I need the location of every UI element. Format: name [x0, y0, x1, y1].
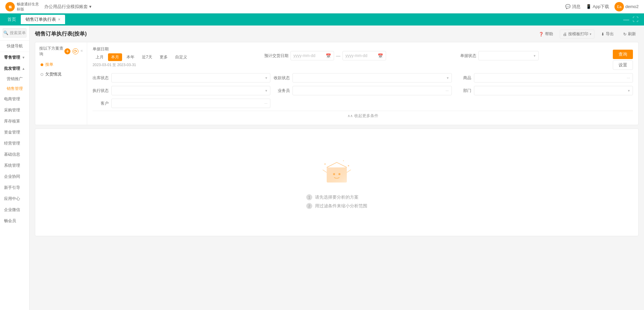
sidebar-item-system[interactable]: 系统管理	[0, 160, 29, 171]
sidebar-search-area: 🔍 搜索菜单	[0, 25, 29, 41]
search-menu-label: 搜索菜单	[10, 30, 26, 36]
chevron-down-icon: ▾	[89, 4, 92, 9]
sidebar-item-wholesale[interactable]: 批发管理 ▲	[0, 63, 29, 74]
step-2-text: 用过滤条件来缩小分析范围	[315, 203, 367, 209]
collection-status-select[interactable]: ▾	[292, 73, 451, 83]
status-chevron-icon: ▾	[534, 54, 536, 58]
sidebar-item-finance[interactable]: 资金管理	[0, 127, 29, 138]
delivery-status-select[interactable]: ▾	[111, 73, 270, 83]
date-label: 单据日期	[93, 46, 190, 52]
date-section: 单据日期 上月 本月 本年 近7天 更多 自定义 2023-03-01 至 20…	[93, 46, 190, 67]
calendar-icon: 📅	[326, 53, 331, 58]
tab-sales-order[interactable]: 销售订单执行表 ×	[21, 15, 65, 24]
scheme-item-backorder[interactable]: 欠货情况	[38, 69, 84, 79]
goods-input[interactable]: ···	[474, 73, 633, 83]
print-button[interactable]: 🖨 按模板打印 ▾	[560, 30, 594, 39]
sidebar-item-member[interactable]: 畅会员	[0, 215, 29, 226]
customer-input[interactable]: ···	[111, 99, 270, 108]
period-this-month-btn[interactable]: 本月	[108, 53, 122, 61]
empty-illustration	[320, 156, 354, 190]
sidebar-item-guide[interactable]: 新手引导	[0, 182, 29, 193]
sidebar-item-wechat[interactable]: 企业微信	[0, 204, 29, 215]
content-area: 销售订单执行表(按单) ❓ 帮助 🖨 按模板打印 ▾ ⬇ 导出 ↻ 刷新	[30, 25, 644, 310]
step-1-num: 1	[306, 194, 312, 200]
sidebar-item-purchase[interactable]: 采购管理	[0, 105, 29, 116]
sidebar-item-quick-nav[interactable]: 快捷导航	[0, 41, 29, 52]
title-actions: ❓ 帮助 🖨 按模板打印 ▾ ⬇ 导出 ↻ 刷新	[536, 30, 639, 39]
collection-status-cell: 收款状态 ▾	[274, 73, 451, 83]
collapse-row[interactable]: ∧∧ 收起更多条件	[93, 111, 633, 121]
svg-point-4	[348, 165, 349, 166]
salesperson-input[interactable]: ···	[292, 86, 451, 95]
dept-select[interactable]: ▾	[474, 86, 633, 95]
print-icon: 🖨	[563, 32, 567, 37]
minimize-icon[interactable]: —	[623, 16, 629, 23]
goods-dots-icon: ···	[627, 76, 630, 80]
sidebar-item-operations[interactable]: 经营管理	[0, 138, 29, 149]
tab-sales-order-label: 销售订单执行表	[25, 16, 56, 22]
scheme-icons: + ⟳ «	[64, 48, 83, 54]
sidebar-item-inventory[interactable]: 库存核算	[0, 116, 29, 127]
avatar: Ea	[614, 2, 624, 11]
period-custom-btn[interactable]: 自定义	[172, 53, 190, 61]
scheme-refresh-icon[interactable]: ⟳	[72, 48, 78, 54]
collapse-label: 收起更多条件	[354, 113, 378, 119]
logo-area: 畅 畅捷通好生意 标版	[5, 2, 39, 11]
period-last-month-btn[interactable]: 上月	[93, 53, 107, 61]
maximize-icon[interactable]: ⛶	[633, 16, 639, 23]
refresh-button[interactable]: ↻ 刷新	[621, 30, 639, 38]
scheme-item-label-2: 欠货情况	[45, 71, 61, 77]
scheme-sidebar-header: 按以下方案查询 + ⟳ «	[38, 46, 84, 57]
svg-line-9	[347, 170, 351, 172]
scheme-add-icon[interactable]: +	[64, 48, 70, 54]
sidebar-item-sales[interactable]: 销售管理	[0, 84, 29, 94]
message-icon: 💬	[565, 4, 571, 9]
sidebar-item-retail[interactable]: 零售管理 ▼	[0, 52, 29, 63]
query-button[interactable]: 查询	[613, 50, 633, 59]
app-selector[interactable]: 办公用品行业模拟账套 ▾	[42, 3, 94, 10]
exec-status-select[interactable]: ▾	[111, 86, 270, 95]
export-icon: ⬇	[601, 32, 604, 37]
app-download-action[interactable]: 📱 App下载	[586, 4, 609, 10]
scheme-collapse-icon[interactable]: «	[80, 48, 83, 54]
svg-rect-2	[327, 167, 347, 183]
sidebar-item-ecommerce[interactable]: 电商管理	[0, 94, 29, 105]
user-action[interactable]: Ea demo2	[614, 2, 639, 11]
sidebar-item-basic-info[interactable]: 基础信息	[0, 149, 29, 160]
scheme-item-by-order[interactable]: 按单	[38, 60, 84, 69]
status-select[interactable]: ▾	[478, 51, 539, 60]
svg-point-5	[343, 160, 344, 161]
period-more-btn[interactable]: 更多	[157, 53, 171, 61]
customer-label: 客户	[93, 101, 109, 106]
search-icon: 🔍	[3, 31, 8, 35]
empty-step-1: 1 请先选择要分析的方案	[306, 194, 367, 200]
sidebar-item-enterprise[interactable]: 企业协同	[0, 171, 29, 182]
filter-fields-area: 单据日期 上月 本月 本年 近7天 更多 自定义 2023-03-01 至 20…	[87, 42, 638, 125]
period-this-year-btn[interactable]: 本年	[123, 53, 138, 61]
expected-date-start-input[interactable]: yyyy-mm-dd 📅	[290, 51, 334, 60]
goods-label: 商品	[455, 75, 471, 81]
nav-tabs: 首页 销售订单执行表 × — ⛶	[0, 13, 644, 25]
message-action[interactable]: 💬 消息	[565, 4, 581, 10]
sidebar-item-marketing[interactable]: 营销推广	[0, 74, 29, 84]
main-layout: 🔍 搜索菜单 快捷导航 零售管理 ▼ 批发管理 ▲ 营销推广 销售管理 电商管理…	[0, 25, 644, 310]
calendar-icon-end: 📅	[378, 53, 383, 58]
settings-button[interactable]: 设置	[613, 60, 633, 70]
date-separator: —	[336, 53, 340, 58]
dept-label: 部门	[455, 88, 471, 94]
salesperson-label: 业务员	[274, 88, 290, 94]
export-button[interactable]: ⬇ 导出	[598, 30, 616, 38]
empty-steps: 1 请先选择要分析的方案 2 用过滤条件来缩小分析范围	[306, 194, 367, 209]
page-title: 销售订单执行表(按单)	[35, 31, 87, 38]
close-icon[interactable]: ×	[58, 17, 60, 22]
svg-point-7	[338, 173, 340, 175]
help-button[interactable]: ❓ 帮助	[536, 30, 556, 38]
tab-home[interactable]: 首页	[3, 15, 21, 24]
date-placeholder-start: yyyy-mm-dd	[293, 53, 315, 58]
query-btn-group: 查询 设置	[613, 50, 633, 70]
search-menu-button[interactable]: 🔍 搜索菜单	[3, 28, 26, 38]
expected-date-end-input[interactable]: yyyy-mm-dd 📅	[342, 51, 386, 60]
period-last7-btn[interactable]: 近7天	[139, 53, 155, 61]
sidebar-item-app-center[interactable]: 应用中心	[0, 193, 29, 204]
header-left: 畅 畅捷通好生意 标版 办公用品行业模拟账套 ▾	[5, 2, 94, 11]
